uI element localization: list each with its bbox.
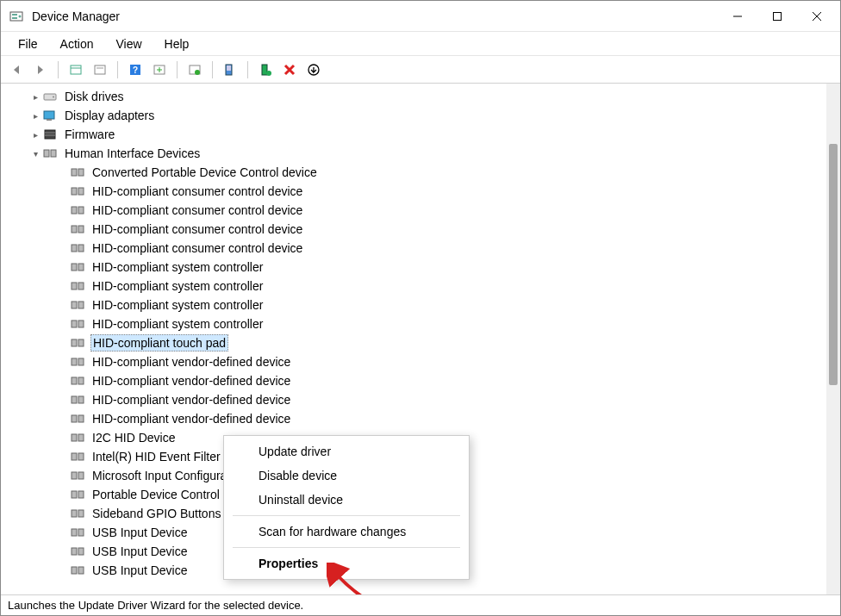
tree-device-label: HID-compliant vendor-defined device — [90, 354, 292, 370]
svg-rect-70 — [78, 529, 84, 536]
svg-rect-60 — [78, 434, 84, 441]
svg-point-23 — [53, 96, 54, 98]
tree-device-item[interactable]: HID-compliant consumer control device — [4, 239, 826, 258]
maximize-button[interactable] — [757, 1, 797, 32]
tree-device-item[interactable]: HID-compliant vendor-defined device — [4, 352, 826, 371]
add-legacy-button[interactable] — [255, 59, 276, 80]
tree-device-item[interactable]: HID-compliant vendor-defined device — [4, 390, 826, 409]
svg-rect-2 — [12, 17, 17, 19]
svg-rect-55 — [72, 396, 77, 403]
tree-device-item[interactable]: HID-compliant consumer control device — [4, 182, 826, 201]
titlebar: Device Manager — [1, 1, 840, 32]
ctx-update-driver[interactable]: Update driver — [224, 439, 469, 464]
tree-category-hid[interactable]: ▾ Human Interface Devices — [4, 144, 826, 163]
menu-action[interactable]: Action — [50, 35, 104, 53]
back-button[interactable] — [6, 59, 27, 80]
context-menu-separator — [233, 515, 460, 516]
svg-rect-35 — [72, 207, 77, 214]
hid-device-icon — [70, 392, 85, 408]
expander-placeholder — [56, 333, 70, 352]
ctx-uninstall-device[interactable]: Uninstall device — [224, 488, 469, 512]
expander-placeholder — [56, 201, 70, 220]
minimize-button[interactable] — [718, 1, 757, 32]
svg-rect-59 — [72, 434, 77, 441]
tree-device-label: Converted Portable Device Control device — [90, 165, 319, 180]
toolbar: ? — [1, 56, 840, 84]
tree-device-label: HID-compliant vendor-defined device — [90, 373, 292, 389]
tree-device-label: HID-compliant system controller — [90, 297, 265, 313]
scan-hardware-button[interactable] — [220, 59, 240, 80]
hid-device-icon — [70, 184, 85, 199]
tree-device-item[interactable]: HID-compliant system controller — [4, 277, 826, 296]
expander-placeholder — [56, 409, 70, 428]
hid-device-icon — [70, 487, 85, 502]
hid-device-icon — [70, 297, 85, 313]
window-title: Device Manager — [32, 9, 120, 23]
tree-device-item[interactable]: HID-compliant touch pad — [4, 333, 826, 352]
scrollbar-thumb[interactable] — [829, 144, 838, 385]
expander-placeholder — [56, 447, 70, 466]
tree-device-item[interactable]: Converted Portable Device Control device — [4, 163, 826, 182]
help-button[interactable]: ? — [125, 59, 146, 80]
remove-button[interactable] — [279, 59, 300, 80]
svg-rect-31 — [72, 169, 77, 176]
expander-placeholder — [56, 561, 70, 580]
svg-text:?: ? — [133, 65, 138, 75]
svg-rect-66 — [78, 491, 84, 498]
tree-device-label: USB Input Device — [90, 525, 190, 540]
tree-label: Display adapters — [63, 108, 156, 123]
ctx-properties[interactable]: Properties — [224, 551, 469, 576]
display-adapter-icon — [42, 108, 58, 123]
hid-device-icon — [70, 449, 85, 464]
properties-button[interactable] — [184, 59, 205, 80]
device-manager-window: Device Manager File Action View Help ? — [0, 0, 841, 616]
tree-category-disk-drives[interactable]: ▸ Disk drives — [4, 87, 826, 106]
svg-point-20 — [266, 71, 271, 76]
menu-help[interactable]: Help — [154, 35, 200, 53]
tree-device-item[interactable]: HID-compliant vendor-defined device — [4, 409, 826, 428]
tree-device-item[interactable]: HID-compliant consumer control device — [4, 201, 826, 220]
chevron-right-icon[interactable]: ▸ — [28, 125, 42, 144]
svg-rect-71 — [72, 548, 77, 555]
svg-rect-1 — [12, 14, 17, 16]
chevron-down-icon[interactable]: ▾ — [28, 144, 42, 163]
menu-view[interactable]: View — [105, 35, 152, 53]
tree-category-display-adapters[interactable]: ▸ Display adapters — [4, 106, 826, 125]
svg-rect-41 — [72, 264, 77, 271]
hid-device-icon — [70, 165, 85, 180]
hid-device-icon — [70, 373, 85, 389]
svg-point-3 — [19, 15, 22, 17]
tree-device-item[interactable]: HID-compliant system controller — [4, 314, 826, 333]
tree-device-item[interactable]: HID-compliant vendor-defined device — [4, 371, 826, 390]
svg-rect-63 — [72, 472, 77, 479]
tree-category-firmware[interactable]: ▸ Firmware — [4, 125, 826, 144]
tree-device-item[interactable]: HID-compliant system controller — [4, 258, 826, 277]
forward-button[interactable] — [30, 59, 51, 80]
hid-device-icon — [70, 202, 85, 218]
action-center-button[interactable] — [149, 59, 170, 80]
tree-device-label: HID-compliant vendor-defined device — [90, 411, 292, 426]
expander-placeholder — [56, 352, 70, 371]
context-menu: Update driver Disable device Uninstall d… — [223, 435, 470, 580]
chevron-right-icon[interactable]: ▸ — [28, 106, 42, 125]
chevron-right-icon[interactable]: ▸ — [28, 87, 42, 106]
tree-device-item[interactable]: HID-compliant system controller — [4, 296, 826, 314]
ctx-scan-hardware[interactable]: Scan for hardware changes — [224, 520, 469, 544]
expander-placeholder — [56, 466, 70, 485]
hid-device-icon — [70, 544, 85, 559]
vertical-scrollbar[interactable] — [826, 84, 840, 594]
ctx-disable-device[interactable]: Disable device — [224, 464, 469, 488]
menu-file[interactable]: File — [8, 35, 48, 53]
refresh-button[interactable] — [90, 59, 110, 80]
menubar: File Action View Help — [1, 32, 840, 56]
statusbar-text: Launches the Update Driver Wizard for th… — [8, 599, 303, 612]
svg-rect-47 — [72, 320, 77, 327]
tree-device-item[interactable]: HID-compliant consumer control device — [4, 220, 826, 239]
show-hidden-button[interactable] — [65, 59, 86, 80]
svg-rect-65 — [72, 491, 77, 498]
close-button[interactable] — [797, 1, 837, 32]
enable-button[interactable] — [303, 59, 324, 80]
content-area: ▸ Disk drives ▸ Display adapters ▸ Firmw… — [1, 84, 840, 594]
svg-rect-44 — [78, 283, 84, 289]
svg-rect-33 — [72, 188, 77, 195]
